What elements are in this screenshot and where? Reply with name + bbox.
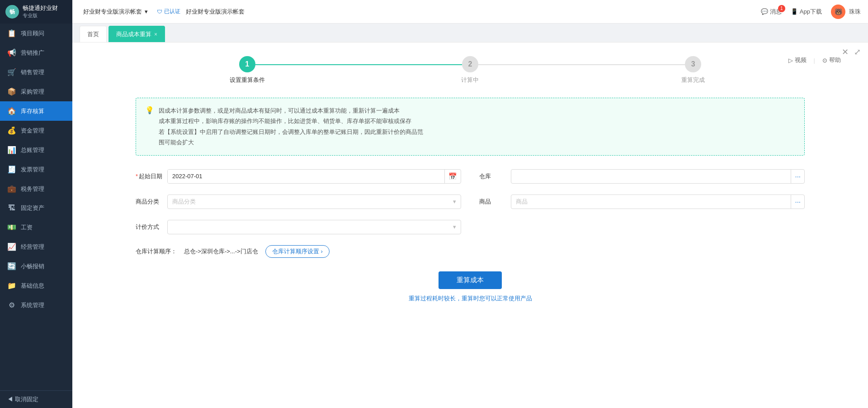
pricing-select[interactable]: ▾ — [167, 220, 461, 234]
verified-label: 已认证 — [164, 8, 180, 15]
pricing-label: 计价方式 — [136, 223, 163, 231]
notice-line4: 围可能会扩大 — [159, 137, 423, 147]
sidebar-icon-system: ⚙ — [7, 301, 16, 309]
sidebar-item-project[interactable]: 📋项目顾问 — [0, 24, 72, 43]
message-icon: 💬 — [761, 8, 768, 15]
sidebar-icon-sales: 🛒 — [7, 68, 16, 76]
chevron-right-icon: › — [321, 248, 323, 255]
account-selector[interactable]: 好业财专业版演示帐套 ▾ — [80, 6, 151, 18]
form-container: *起始日期 📅 仓库 ··· 商 — [136, 169, 805, 303]
notice-line1: 因成本计算参数调整，或是对商品成本有疑问时，可以通过成本重算功能，重新计算一遍成… — [159, 105, 423, 116]
notice-line3: 若【系统设置】中启用了自动调整记账日期时，会调整入库单的整单记账日期，因此重新计… — [159, 127, 423, 137]
tab-recalc[interactable]: 商品成本重算 × — [108, 26, 165, 42]
start-date-label: *起始日期 — [136, 172, 163, 180]
warehouse-order-settings-button[interactable]: 仓库计算顺序设置 › — [265, 245, 330, 258]
message-button[interactable]: 💬 消息 1 — [761, 8, 782, 16]
warehouse-order-value: 总仓->深圳仓库->...->门店仓 — [184, 247, 258, 256]
sidebar-item-inventory[interactable]: 🏠库存核算 — [0, 101, 72, 121]
goods-placeholder: 商品 — [511, 195, 791, 209]
sidebar-icon-basic: 📁 — [7, 281, 16, 290]
select-arrow-icon: ▾ — [453, 198, 456, 205]
calendar-icon[interactable]: 📅 — [444, 170, 461, 183]
goods-group: 商品 商品 ··· — [479, 195, 805, 209]
required-mark: * — [136, 173, 138, 180]
close-button[interactable]: ✕ — [842, 47, 849, 57]
form-row-2: 商品分类 商品分类 ▾ 商品 商品 ··· — [136, 195, 805, 209]
sidebar-item-marketing[interactable]: 📢营销推广 — [0, 43, 72, 62]
user-avatar: 🐻 — [831, 5, 845, 19]
sidebar-icon-salary: 💵 — [7, 223, 16, 232]
tab-recalc-label: 商品成本重算 — [116, 30, 151, 38]
tab-home[interactable]: 首页 — [80, 26, 107, 42]
sidebar-item-purchase[interactable]: 📦采购管理 — [0, 82, 72, 101]
sidebar-label-system: 系统管理 — [21, 301, 44, 309]
account-name: 好业财专业版演示帐套 — [83, 8, 142, 16]
notice-box: 💡 因成本计算参数调整，或是对商品成本有疑问时，可以通过成本重算功能，重新计算一… — [136, 98, 805, 156]
app-logo: 畅 — [5, 5, 19, 19]
sidebar-item-assets[interactable]: 🏗固定资产 — [0, 199, 72, 218]
category-label: 商品分类 — [136, 198, 163, 206]
sidebar-label-salary: 工资 — [21, 223, 33, 232]
warehouse-dots-icon[interactable]: ··· — [791, 170, 804, 183]
start-date-input-wrapper: 📅 — [167, 169, 461, 184]
topbar-right: 💬 消息 1 📱 App下载 🐻 珠珠 — [761, 5, 861, 19]
sidebar-icon-operation: 📈 — [7, 242, 16, 251]
sidebar-label-finance: 资金管理 — [21, 127, 44, 135]
sidebar-item-system[interactable]: ⚙系统管理 — [0, 295, 72, 315]
sidebar-label-sales: 销售管理 — [21, 68, 44, 76]
recalc-button[interactable]: 重算成本 — [439, 271, 502, 289]
sidebar-item-tax[interactable]: 💼税务管理 — [0, 179, 72, 199]
start-date-group: *起始日期 📅 — [136, 169, 461, 184]
sidebar-label-purchase: 采购管理 — [21, 88, 44, 96]
form-row-3: 计价方式 ▾ — [136, 220, 805, 234]
sidebar-label-operation: 经营管理 — [21, 243, 44, 251]
sidebar-icon-inventory: 🏠 — [7, 107, 16, 115]
sidebar-unpin-button[interactable]: ◀ 取消固定 — [0, 390, 72, 408]
goods-dots-icon[interactable]: ··· — [791, 195, 804, 209]
recalc-hint: 重算过程耗时较长，重算时您可以正常使用产品 — [136, 294, 805, 303]
step-2-label: 计算中 — [461, 76, 479, 84]
user-name: 珠珠 — [849, 8, 861, 16]
recalc-btn-label: 重算成本 — [457, 276, 484, 284]
topbar: 好业财专业版演示帐套 ▾ 🛡 已认证 好业财专业版演示帐套 💬 消息 1 📱 A… — [72, 0, 868, 24]
tab-close-icon[interactable]: × — [154, 31, 157, 38]
app-download-button[interactable]: 📱 App下载 — [791, 8, 822, 16]
notice-icon: 💡 — [145, 106, 154, 148]
start-date-input[interactable] — [168, 170, 444, 183]
step-3: 3 重算完成 — [582, 56, 805, 84]
expand-button[interactable]: ⤢ — [854, 47, 861, 57]
user-profile-button[interactable]: 🐻 珠珠 — [831, 5, 861, 19]
warehouse-label: 仓库 — [479, 172, 506, 180]
category-group: 商品分类 商品分类 ▾ — [136, 195, 461, 209]
warehouse-input-wrapper[interactable]: ··· — [511, 169, 805, 184]
sidebar-icon-project: 📋 — [7, 29, 16, 38]
unpin-label: ◀ 取消固定 — [7, 395, 38, 403]
sidebar-item-salary[interactable]: 💵工资 — [0, 218, 72, 237]
warehouse-group: 仓库 ··· — [479, 169, 805, 184]
sidebar-icon-invoice: 🧾 — [7, 165, 16, 174]
pricing-group: 计价方式 ▾ — [136, 220, 461, 234]
sidebar-item-expense[interactable]: 🔄小畅报销 — [0, 256, 72, 276]
sidebar-label-assets: 固定资产 — [21, 204, 44, 212]
warehouse-value — [511, 170, 791, 183]
sidebar-label-invoice: 发票管理 — [21, 166, 44, 174]
sidebar-item-sales[interactable]: 🛒销售管理 — [0, 62, 72, 82]
main-area: 好业财专业版演示帐套 ▾ 🛡 已认证 好业财专业版演示帐套 💬 消息 1 📱 A… — [72, 0, 868, 408]
form-row-1: *起始日期 📅 仓库 ··· — [136, 169, 805, 184]
sidebar-item-operation[interactable]: 📈经营管理 — [0, 237, 72, 256]
verified-account-name: 好业财专业版演示帐套 — [186, 8, 245, 16]
sidebar-item-accounting[interactable]: 📊总账管理 — [0, 140, 72, 160]
sidebar-item-finance[interactable]: 💰资金管理 — [0, 121, 72, 140]
sidebar-label-marketing: 营销推广 — [21, 49, 44, 57]
step-2-line — [478, 64, 685, 65]
category-select[interactable]: 商品分类 ▾ — [167, 195, 461, 209]
step-3-label: 重算完成 — [681, 76, 705, 84]
warehouse-order-btn-label: 仓库计算顺序设置 — [272, 247, 319, 256]
sidebar-item-basic[interactable]: 📁基础信息 — [0, 276, 72, 295]
sidebar-icon-purchase: 📦 — [7, 87, 16, 96]
content-area: ✕ ⤢ ▷ 视频 | ⊙ 帮助 1 设置重算条件 2 计算中 — [72, 43, 868, 408]
category-placeholder: 商品分类 — [172, 198, 196, 206]
sidebar-item-invoice[interactable]: 🧾发票管理 — [0, 160, 72, 179]
tab-home-label: 首页 — [87, 30, 99, 38]
goods-input-wrapper[interactable]: 商品 ··· — [511, 195, 805, 209]
